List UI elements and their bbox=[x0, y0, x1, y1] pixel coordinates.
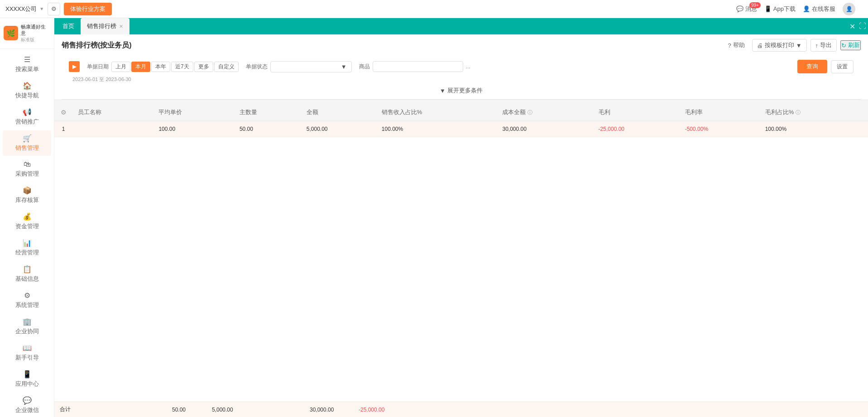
tab-close-icon[interactable]: ✕ bbox=[119, 24, 123, 29]
expand-chevron-icon: ▼ bbox=[440, 87, 446, 94]
refresh-label: 刷新 bbox=[848, 41, 860, 49]
table-area: ⚙ 员工名称 平均单价 主数量 bbox=[54, 104, 868, 402]
template-print-button[interactable]: 🖨 按模板打印 ▼ bbox=[752, 39, 807, 52]
date-period-label: 单据日期 bbox=[87, 63, 109, 71]
sidebar-menu: ☰ 搜索菜单 🏠 快捷导航 📢 营销推广 🛒 销售管理 🛍 采购管理 📦 bbox=[0, 49, 54, 417]
date-btn-custom[interactable]: 自定义 bbox=[214, 62, 239, 72]
export-button[interactable]: ↑ 导出 bbox=[810, 39, 837, 52]
table-footer: 合计 50.00 5,000.00 30,000.00 -25,000.00 bbox=[54, 402, 868, 417]
status-filter-group: 单据状态 ▼ bbox=[246, 61, 352, 72]
message-button[interactable]: 💬 消息 99+ bbox=[736, 5, 757, 13]
expand-conditions-button[interactable]: ▼ 展开更多条件 bbox=[440, 86, 483, 95]
app-label: App下载 bbox=[773, 5, 796, 13]
col-costamount-label: 成本全额 bbox=[502, 109, 526, 115]
sidebar-item-finance[interactable]: 💰 资金管理 bbox=[3, 209, 51, 234]
sidebar-item-search[interactable]: ☰ 搜索菜单 bbox=[3, 52, 51, 77]
page-title: 销售排行榜(按业务员) bbox=[62, 41, 132, 50]
filter-area: ▶ 单据日期 上月 本月 本年 近7天 更多 自定义 bbox=[62, 55, 861, 100]
tab-bar: 首页 销售排行榜 ✕ ✕ ⛶ bbox=[54, 18, 868, 34]
cell-grosspct: 100.00% bbox=[760, 121, 868, 137]
sidebar-item-basic[interactable]: 📋 基础信息 bbox=[3, 261, 51, 287]
tab-fullscreen-icon[interactable]: ⛶ bbox=[859, 22, 866, 30]
trial-button[interactable]: 体验行业方案 bbox=[64, 3, 112, 15]
sidebar-item-enterprise[interactable]: 🏢 企业协同 bbox=[3, 314, 51, 339]
status-select[interactable]: ▼ bbox=[270, 61, 352, 72]
enterprise-icon: 🏢 bbox=[23, 317, 32, 326]
avatar[interactable]: 👤 bbox=[843, 3, 855, 15]
settings-icon[interactable]: ⚙ bbox=[48, 3, 60, 15]
status-label: 单据状态 bbox=[246, 63, 268, 71]
table-settings-button[interactable]: 设置 bbox=[831, 60, 854, 73]
sidebar-item-sales[interactable]: 🛒 销售管理 bbox=[3, 130, 51, 156]
template-print-label: 按模板打印 bbox=[765, 41, 794, 49]
date-btn-last-month[interactable]: 上月 bbox=[111, 62, 130, 72]
service-icon: 👤 bbox=[803, 5, 810, 12]
tab-home[interactable]: 首页 bbox=[56, 18, 81, 34]
sidebar-label-finance: 资金管理 bbox=[15, 222, 39, 230]
operations-icon: 📊 bbox=[23, 239, 32, 247]
date-btn-this-month[interactable]: 本月 bbox=[131, 62, 150, 72]
cell-rank: 1 bbox=[54, 121, 72, 137]
sidebar-label-guide: 新手引导 bbox=[15, 354, 39, 362]
sidebar: 🌿 畅康通好生意 标准版 ☰ 搜索菜单 🏠 快捷导航 📢 营销推广 🛒 销售管理 bbox=[0, 18, 54, 417]
query-actions: 查询 设置 bbox=[797, 60, 854, 73]
system-icon: ⚙ bbox=[24, 291, 30, 300]
col-header-amount: 全额 bbox=[301, 104, 376, 121]
footer-grossprofit: -25,000.00 bbox=[359, 407, 404, 413]
col-avgprice-label: 平均单价 bbox=[158, 109, 182, 115]
sidebar-item-appcenter[interactable]: 📱 应用中心 bbox=[3, 366, 51, 392]
main-layout: 🌿 畅康通好生意 标准版 ☰ 搜索菜单 🏠 快捷导航 📢 营销推广 🛒 销售管理 bbox=[0, 18, 868, 417]
top-bar-right: 💬 消息 99+ 📱 App下载 👤 在线客服 👤 bbox=[736, 3, 863, 15]
tab-sales-ranking[interactable]: 销售排行榜 ✕ bbox=[81, 18, 129, 34]
service-label: 在线客服 bbox=[812, 5, 835, 13]
help-button[interactable]: ? 帮助 bbox=[724, 39, 748, 51]
sidebar-label-inventory: 库存核算 bbox=[15, 196, 39, 204]
purchase-icon: 🛍 bbox=[24, 160, 31, 168]
goods-label: 商品 bbox=[359, 63, 370, 71]
col-header-empname: 员工名称 bbox=[72, 104, 153, 121]
company-selector[interactable]: XXXXX公司 ▼ bbox=[5, 5, 44, 13]
online-service-button[interactable]: 👤 在线客服 bbox=[803, 5, 835, 13]
more-link[interactable]: ... bbox=[466, 63, 470, 70]
table-body: 1 100.00 50.00 5,000.00 100.00% 30,000.0… bbox=[54, 121, 868, 137]
sidebar-item-inventory[interactable]: 📦 库存核算 bbox=[3, 182, 51, 208]
grosspct-info-icon: ⓘ bbox=[796, 110, 801, 115]
sidebar-label-system: 系统管理 bbox=[15, 301, 39, 309]
top-bar: XXXXX公司 ▼ ⚙ 体验行业方案 💬 消息 99+ 📱 App下载 👤 在线… bbox=[0, 0, 868, 18]
date-btn-more[interactable]: 更多 bbox=[194, 62, 213, 72]
column-settings-icon[interactable]: ⚙ bbox=[61, 109, 67, 116]
col-header-grossrate: 毛利率 bbox=[680, 104, 760, 121]
sidebar-item-purchase[interactable]: 🛍 采购管理 bbox=[3, 157, 51, 182]
app-icon: 📱 bbox=[764, 5, 772, 12]
date-btn-7days[interactable]: 近7天 bbox=[171, 62, 193, 72]
sidebar-item-marketing[interactable]: 📢 营销推广 bbox=[3, 104, 51, 129]
sidebar-item-wechat[interactable]: 💬 企业微信 bbox=[3, 393, 51, 417]
logo-line1: 畅康通好生意 bbox=[21, 24, 50, 37]
sidebar-item-system[interactable]: ⚙ 系统管理 bbox=[3, 288, 51, 313]
cell-costamount: 30,000.00 bbox=[497, 121, 593, 137]
tab-close-all-icon[interactable]: ✕ bbox=[849, 22, 855, 31]
footer-costamount: 30,000.00 bbox=[310, 407, 355, 413]
sidebar-item-guide[interactable]: 📖 新手引导 bbox=[3, 340, 51, 365]
page-content: 销售排行榜(按业务员) ? 帮助 🖨 按模板打印 ▼ ↑ bbox=[54, 34, 868, 417]
cell-avgprice: 100.00 bbox=[153, 121, 234, 137]
goods-filter-group: 商品 ... bbox=[359, 61, 470, 72]
sidebar-item-quick[interactable]: 🏠 快捷导航 bbox=[3, 78, 51, 103]
marketing-icon: 📢 bbox=[23, 108, 32, 116]
query-button[interactable]: 查询 bbox=[797, 60, 827, 73]
col-header-settings[interactable]: ⚙ bbox=[54, 104, 72, 121]
app-download-button[interactable]: 📱 App下载 bbox=[764, 5, 796, 13]
sidebar-item-operations[interactable]: 📊 经营管理 bbox=[3, 235, 51, 260]
page-header: 销售排行榜(按业务员) ? 帮助 🖨 按模板打印 ▼ ↑ bbox=[54, 34, 868, 100]
col-header-avgprice: 平均单价 bbox=[153, 104, 234, 121]
filter-toggle-button[interactable]: ▶ bbox=[69, 61, 80, 72]
cell-grossprofit: -25,000.00 bbox=[593, 121, 680, 137]
print-chevron-icon: ▼ bbox=[796, 42, 802, 49]
refresh-button[interactable]: ↻ 刷新 bbox=[840, 40, 861, 50]
help-icon: ? bbox=[728, 42, 731, 49]
date-btn-this-year[interactable]: 本年 bbox=[151, 62, 170, 72]
col-header-mainqty: 主数量 bbox=[234, 104, 301, 121]
goods-input[interactable] bbox=[373, 61, 463, 72]
col-header-costamount: 成本全额 ⓘ bbox=[497, 104, 593, 121]
logo-icon: 🌿 bbox=[4, 26, 18, 40]
